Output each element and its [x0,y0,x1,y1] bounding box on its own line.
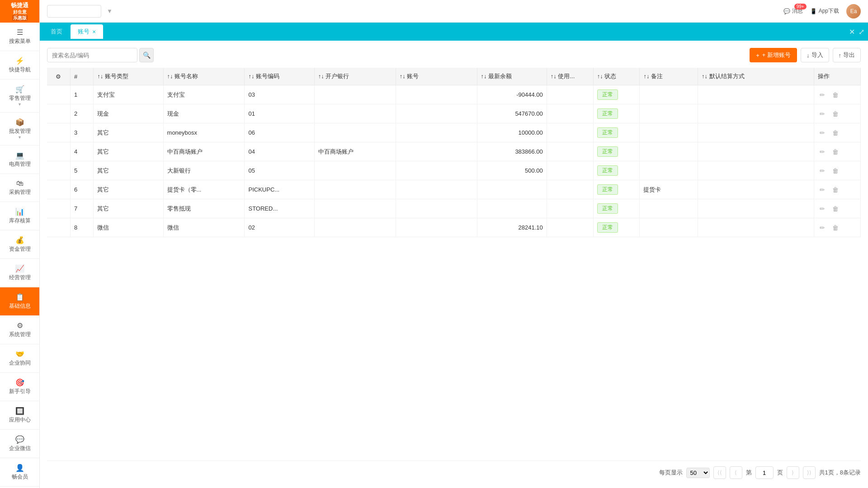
table-row: 7 其它 零售抵现 STORED... 正常 ✏ 🗑 [47,199,861,218]
sidebar-item-ecommerce-mgmt[interactable]: 💻 电商管理 [0,145,39,174]
row-status: 正常 [593,123,640,142]
tab-accounts[interactable]: 账号 ✕ [71,24,103,39]
sidebar-item-purchase-mgmt[interactable]: 🛍 采购管理 [0,174,39,202]
row-actions: ✏ 🗑 [814,123,861,142]
edit-row-btn[interactable]: ✏ [818,204,827,213]
sidebar: 畅捷通 好生意 乐惠版 ☰ 搜索菜单 ⚡ 快捷导航 🛒 零售管理 ▼ 📦 批发管… [0,0,40,488]
app-download-btn[interactable]: 📱 App下载 [810,7,839,15]
tab-close-icon[interactable]: ✕ [92,29,96,34]
note-col-header[interactable]: ↑↓ 备注 [640,68,698,85]
row-settle [698,180,814,199]
tab-close-window-btn[interactable]: ✕ [849,28,855,36]
table-row: 3 其它 moneybosx 06 10000.00 正常 ✏ 🗑 [47,123,861,142]
accounts-table: ⚙ # ↑↓ 账号类型 ↑↓ 账号名称 ↑↓ 账号编码 ↑↓ 开户银行 [47,68,861,237]
message-button[interactable]: 💬 消息 99+ [783,7,803,15]
edit-row-btn[interactable]: ✏ [818,147,827,156]
sidebar-item-retail-mgmt[interactable]: 🛒 零售管理 ▼ [0,80,39,113]
row-name: 中百商场账户 [163,142,245,161]
row-note [640,85,698,104]
page-suffix: 页 [777,469,783,477]
tab-home[interactable]: 首页 [43,24,70,39]
row-code: 04 [245,142,314,161]
download-icon: 📱 [810,8,817,14]
sidebar-item-label: 经营管理 [9,274,31,281]
sidebar-item-enterprise-agreement[interactable]: 🤝 企业协同 [0,344,39,373]
row-type: 其它 [94,142,163,161]
row-name: 微信 [163,218,245,237]
import-button[interactable]: ↓ 导入 [801,48,829,62]
sidebar-item-sys-mgmt[interactable]: ⚙ 系统管理 [0,316,39,344]
type-col-header[interactable]: ↑↓ 账号类型 [94,68,163,85]
delete-row-btn[interactable]: 🗑 [830,166,840,175]
row-settings [47,180,70,199]
global-search-input[interactable] [47,5,101,18]
search-button[interactable]: 🔍 [139,48,154,62]
bank-col-header[interactable]: ↑↓ 开户银行 [314,68,396,85]
sidebar-item-wholesale-mgmt[interactable]: 📦 批发管理 ▼ [0,113,39,145]
edit-row-btn[interactable]: ✏ [818,185,827,194]
delete-row-btn[interactable]: 🗑 [830,109,840,118]
row-settle [698,161,814,180]
edit-row-btn[interactable]: ✏ [818,90,827,99]
usage-col-header[interactable]: ↑↓ 使用... [547,68,593,85]
prev-page-btn[interactable]: ⟨ [730,466,742,479]
accounts-table-wrap: ⚙ # ↑↓ 账号类型 ↑↓ 账号名称 ↑↓ 账号编码 ↑↓ 开户银行 [47,68,861,460]
add-account-button[interactable]: + + 新增账号 [750,48,797,62]
sidebar-item-new-guide[interactable]: 🎯 新手引导 [0,373,39,401]
edit-row-btn[interactable]: ✏ [818,109,827,118]
app-download-label: App下载 [819,7,839,15]
sidebar-item-quick-nav[interactable]: ⚡ 快捷导航 [0,51,39,80]
delete-row-btn[interactable]: 🗑 [830,90,840,99]
row-balance: 10000.00 [477,123,547,142]
account-search-input[interactable] [47,48,137,62]
tab-maximize-btn[interactable]: ⤢ [859,28,864,36]
delete-row-btn[interactable]: 🗑 [830,223,840,232]
status-badge: 正常 [597,89,618,100]
name-col-header[interactable]: ↑↓ 账号名称 [163,68,245,85]
tab-bar-right: ✕ ⤢ [849,28,864,36]
sidebar-item-member[interactable]: 👤 畅会员 [0,458,39,487]
sidebar-item-enterprise-wechat[interactable]: 💬 企业微信 [0,430,39,458]
delete-row-btn[interactable]: 🗑 [830,147,840,156]
sidebar-item-app-center[interactable]: 🔲 应用中心 [0,401,39,430]
sidebar-item-search-menu[interactable]: ☰ 搜索菜单 [0,23,39,51]
export-button[interactable]: ↑ 导出 [833,48,861,62]
delete-row-btn[interactable]: 🗑 [830,204,840,213]
delete-row-btn[interactable]: 🗑 [830,185,840,194]
edit-row-btn[interactable]: ✏ [818,166,827,175]
row-account-no [396,161,477,180]
user-avatar[interactable]: Ea [846,4,861,19]
toolbar: 🔍 + + 新增账号 ↓ 导入 ↑ 导出 [47,48,861,62]
code-col-header[interactable]: ↑↓ 账号编码 [245,68,314,85]
status-col-header[interactable]: ↑↓ 状态 [593,68,640,85]
tab-bar: 首页 账号 ✕ ✕ ⤢ [40,23,868,41]
sidebar-item-inventory[interactable]: 📊 库存核算 [0,202,39,230]
page-number-input[interactable] [755,466,774,479]
row-type: 现金 [94,104,163,123]
row-code: 06 [245,123,314,142]
row-code: 03 [245,85,314,104]
sidebar-item-capital-mgmt[interactable]: 💰 资金管理 [0,230,39,259]
edit-row-btn[interactable]: ✏ [818,223,827,232]
row-num: 8 [70,218,93,237]
row-settle [698,142,814,161]
sidebar-item-basic-info[interactable]: 📋 基础信息 [0,287,39,316]
delete-row-btn[interactable]: 🗑 [830,128,840,137]
dropdown-arrow-icon[interactable]: ▼ [107,8,113,14]
sidebar-item-ops-mgmt[interactable]: 📈 经营管理 [0,259,39,287]
balance-col-header[interactable]: ↑↓ 最新余额 [477,68,547,85]
settle-col-header[interactable]: ↑↓ 默认结算方式 [698,68,814,85]
settings-col-header[interactable]: ⚙ [47,68,70,85]
first-page-btn[interactable]: ⟨⟨ [713,466,726,479]
row-type: 支付宝 [94,85,163,104]
status-badge: 正常 [597,184,618,195]
account-no-col-header[interactable]: ↑↓ 账号 [396,68,477,85]
row-settle [698,123,814,142]
page-size-select[interactable]: 50 10 20 100 [686,468,710,478]
next-page-btn[interactable]: ⟩ [787,466,799,479]
last-page-btn[interactable]: ⟩⟩ [803,466,816,479]
wholesale-icon: 📦 [15,118,24,127]
row-actions: ✏ 🗑 [814,142,861,161]
edit-row-btn[interactable]: ✏ [818,128,827,137]
row-actions: ✏ 🗑 [814,85,861,104]
